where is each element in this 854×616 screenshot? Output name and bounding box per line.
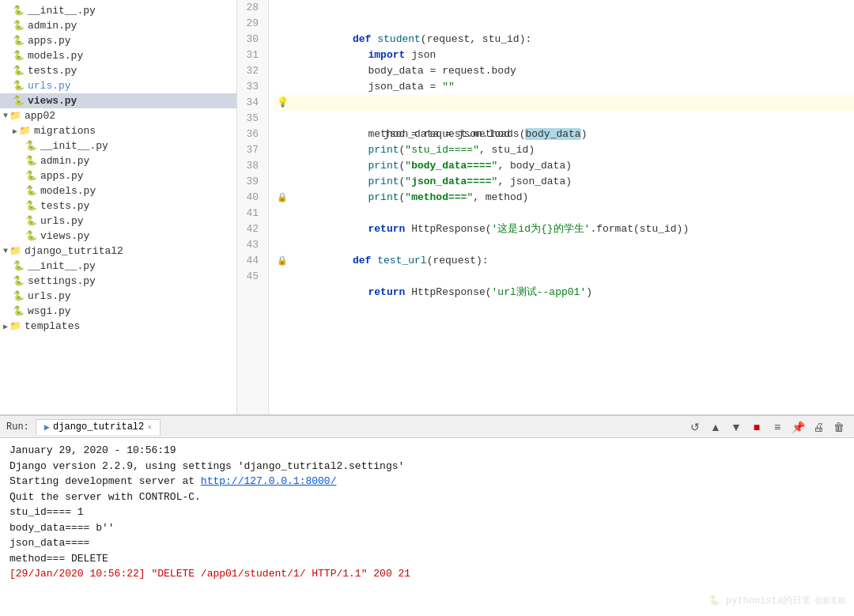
tree-item-views2[interactable]: 🐍 views.py [0,229,236,244]
tree-label: views.py [28,95,77,107]
code-line-36: print("stu_id====", stu_id) [275,127,854,142]
rerun-button[interactable]: ↺ [686,418,704,436]
folder-icon: 📁 [9,245,21,257]
tree-item-init1[interactable]: 🐍 __init__.py [0,3,236,18]
watermark-text: 🐍 pythonista的日常 [709,594,811,608]
tree-item-init2[interactable]: 🐍 __init__.py [0,138,236,153]
tree-label: django_tutrital2 [25,245,123,257]
output-line-3: Starting development server at http://12… [9,474,845,489]
run-tab-icon: ▶ [44,421,50,433]
code-line-29: def student(request, stu_id): [275,16,854,32]
tree-item-urls2[interactable]: 🐍 urls.py [0,214,236,229]
server-url-link[interactable]: http://127.0.0.1:8000/ [201,475,337,487]
run-label: Run: [6,421,29,433]
code-line-30: import json [275,32,854,47]
trash-button[interactable]: 🗑 [830,418,848,436]
code-line-34: 💡 json_data = json.loads(body_data) [275,95,854,111]
output-line-9: [29/Jan/2020 10:56:22] "DELETE /app01/st… [9,566,845,582]
folder-icon: 📁 [9,110,21,122]
tree-item-app02[interactable]: ▼ 📁 app02 [0,108,236,123]
tree-item-settings[interactable]: 🐍 settings.py [0,274,236,289]
code-area: 🐍 __init__.py 🐍 admin.py 🐍 apps.py 🐍 mod… [0,0,854,414]
scroll-up-button[interactable]: ▲ [707,418,724,436]
tree-label: __init__.py [40,140,108,152]
run-controls: ↺ ▲ ▼ ■ ≡ 📌 🖨 🗑 [686,418,848,436]
tree-label: __init__.py [28,5,96,17]
stop-button[interactable]: ■ [748,418,765,436]
arrow-icon: ▶ [3,322,8,331]
tree-label: views.py [40,230,89,242]
tree-item-admin2[interactable]: 🐍 admin.py [0,153,236,168]
output-line-8: method=== DELETE [9,551,845,567]
run-tab-label: django_tutrital2 [53,421,144,433]
run-output[interactable]: January 29, 2020 - 10:56:19 Django versi… [0,438,854,616]
tree-item-django-tutrital2[interactable]: ▼ 📁 django_tutrital2 [0,244,236,259]
tree-item-admin1[interactable]: 🐍 admin.py [0,18,236,33]
tree-item-wsgi[interactable]: 🐍 wsgi.py [0,304,236,319]
run-toolbar: Run: ▶ django_tutrital2 ✕ ↺ ▲ ▼ ■ ≡ 📌 🖨 … [0,416,854,438]
output-line-6: body_data==== b'' [9,520,845,536]
output-line-2: Django version 2.2.9, using settings 'dj… [9,459,845,474]
file-icon: 🐍 [13,65,25,77]
tree-item-migrations[interactable]: ▶ 📁 migrations [0,123,236,138]
run-panel: Run: ▶ django_tutrital2 ✕ ↺ ▲ ▼ ■ ≡ 📌 🖨 … [0,414,854,616]
tree-label: apps.py [28,35,71,47]
file-icon: 🐍 [13,35,25,47]
code-line-42 [275,221,854,237]
tree-item-models1[interactable]: 🐍 models.py [0,48,236,63]
file-tree: 🐍 __init__.py 🐍 admin.py 🐍 apps.py 🐍 mod… [0,0,237,414]
output-line-4: Quit the server with CONTROL-C. [9,489,845,505]
tree-item-tests1[interactable]: 🐍 tests.py [0,63,236,78]
code-editor[interactable]: 28 29 30 31 32 33 34 35 36 37 38 39 40 4… [237,0,854,414]
tree-label: __init__.py [28,260,96,272]
tree-label: settings.py [28,275,96,287]
close-tab-button[interactable]: ✕ [147,422,152,432]
file-icon: 🐍 [13,290,25,302]
file-icon: 🐍 [13,5,25,17]
lock-icon: 🔒 [277,190,288,206]
file-icon: 🐍 [13,275,25,287]
tree-item-apps2[interactable]: 🐍 apps.py [0,168,236,183]
arrow-icon: ▶ [13,127,17,136]
code-line-38: print("json_data====", json_data) [275,158,854,174]
print-button[interactable]: 🖨 [810,418,827,436]
tree-item-urls1[interactable]: 🐍 urls.py [0,78,236,93]
file-icon: 🐍 [13,260,25,272]
output-line-1: January 29, 2020 - 10:56:19 [9,443,845,459]
code-line-37: print("body_data====", body_data) [275,142,854,158]
run-tab[interactable]: ▶ django_tutrital2 ✕ [36,419,161,435]
file-icon: 🐍 [25,200,37,212]
file-icon: 🐍 [25,140,37,152]
tree-item-tests2[interactable]: 🐍 tests.py [0,198,236,214]
file-icon: 🐍 [13,20,25,32]
code-line-28 [275,0,854,16]
tree-label: models.py [40,185,96,197]
tree-label: tests.py [28,65,77,77]
tree-item-apps1[interactable]: 🐍 apps.py [0,33,236,48]
tree-item-views1[interactable]: 🐍 views.py [0,93,236,108]
code-line-31: body_data = request.body [275,47,854,63]
folder-icon: 📁 [9,320,21,332]
arrow-icon: ▼ [3,111,8,120]
tree-item-init3[interactable]: 🐍 __init__.py [0,259,236,274]
code-line-44: 🔒 return HttpResponse('url测试--app01') [275,253,854,269]
settings-button[interactable]: ≡ [769,418,786,436]
watermark-logo: 创新互联 [814,595,846,607]
output-line-5: stu_id==== 1 [9,505,845,520]
code-line-40: 🔒 return HttpResponse('这是id为{}的学生'.forma… [275,190,854,206]
tree-item-models2[interactable]: 🐍 models.py [0,183,236,198]
pin-button[interactable]: 📌 [789,418,807,436]
code-line-35: method = request.method [275,111,854,127]
file-icon: 🐍 [25,155,37,167]
line-numbers: 28 29 30 31 32 33 34 35 36 37 38 39 40 4… [237,0,269,414]
tree-item-templates[interactable]: ▶ 📁 templates [0,319,236,334]
code-line-32: json_data = "" [275,63,854,79]
code-lines: def student(request, stu_id): import jso… [269,0,854,414]
file-icon: 🐍 [13,80,25,92]
file-icon: 🐍 [25,170,37,182]
tree-label: urls.py [40,215,84,227]
watermark: 🐍 pythonista的日常 创新互联 [709,594,846,608]
tree-item-urls3[interactable]: 🐍 urls.py [0,289,236,304]
scroll-down-button[interactable]: ▼ [727,418,745,436]
code-line-41 [275,206,854,221]
